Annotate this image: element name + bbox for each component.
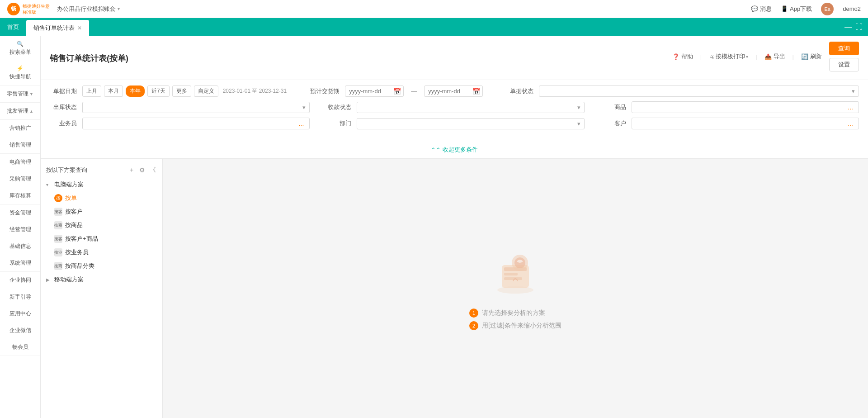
salesperson-label: 业务员 — [50, 119, 77, 128]
tab-spacer — [89, 18, 839, 36]
payment-status-label: 收款状态 — [324, 103, 351, 111]
collapse-panel-button[interactable]: 《 — [149, 165, 157, 175]
refresh-button[interactable]: 🔄 刷新 — [801, 52, 822, 61]
message-button[interactable]: 💬 消息 — [751, 5, 772, 13]
user-name[interactable]: demo2 — [843, 5, 861, 12]
payment-status-select[interactable]: ▾ — [357, 102, 584, 113]
wholesale-expand-icon: ▲ — [29, 109, 33, 114]
sidebar-item-members[interactable]: 畅会员 — [0, 339, 40, 356]
template-print-icon: 🖨 — [709, 53, 715, 60]
product-label: 商品 — [599, 103, 626, 111]
workspace-selector[interactable]: 办公用品行业模拟账套 ▾ — [57, 5, 744, 13]
page-actions: ❓ 帮助 | 🖨 按模板打印 ▾ | 📤 导出 | 🔄 刷新 — [672, 42, 859, 75]
sidebar-enterprise-wechat-label: 企业微信 — [9, 327, 31, 334]
sidebar-item-sales-mgmt[interactable]: 销售管理 — [0, 137, 40, 153]
message-icon: 💬 — [751, 5, 758, 12]
sidebar-item-enterprise-wechat[interactable]: 企业微信 — [0, 322, 40, 339]
date-btn-custom[interactable]: 自定义 — [194, 86, 218, 97]
refresh-label: 刷新 — [810, 52, 822, 61]
app-download-button[interactable]: 📱 App下载 — [781, 5, 812, 13]
app-download-label: App下载 — [790, 5, 812, 13]
sidebar-item-app-center[interactable]: 应用中心 — [0, 305, 40, 322]
date-btn-last-month[interactable]: 上月 — [82, 86, 101, 97]
order-status-label: 单据状态 — [506, 87, 533, 95]
product-ellipsis-icon[interactable]: ... — [846, 104, 855, 111]
help-button[interactable]: ❓ 帮助 — [672, 52, 693, 61]
add-scheme-button[interactable]: ＋ — [127, 165, 136, 175]
mobile-solutions-expand-icon: ▶ — [46, 277, 52, 282]
sidebar-basic-info-label: 基础信息 — [9, 242, 31, 250]
tab-maximize-button[interactable]: ⛶ — [855, 23, 863, 31]
filter-row-2: 出库状态 ▾ 收款状态 ▾ 商品 ... — [50, 101, 859, 113]
customer-select[interactable]: ... — [632, 118, 859, 129]
empty-state: 1 请先选择要分析的方案 2 用[过滤]条件来缩小分析范围 — [163, 159, 868, 418]
tree-item-by-order[interactable]: 按 按单 — [41, 191, 162, 205]
salesperson-select[interactable]: ... — [82, 118, 310, 129]
template-print-button[interactable]: 🖨 按模板打印 ▾ — [709, 52, 748, 61]
tab-home[interactable]: 首页 — [0, 18, 26, 36]
tree-item-by-product-category[interactable]: 按商 按商品分类 — [41, 259, 162, 273]
query-button[interactable]: 查询 — [829, 42, 859, 55]
tab-close-icon[interactable]: ✕ — [77, 25, 82, 31]
sidebar-item-finance[interactable]: 资金管理 — [0, 204, 40, 221]
sidebar-item-ecommerce[interactable]: 电商管理 — [0, 154, 40, 171]
collapse-row: ⌃⌃ 收起更多条件 — [41, 139, 868, 159]
settings-button[interactable]: 设置 — [829, 58, 859, 71]
sidebar-onboarding-label: 新手引导 — [9, 293, 31, 301]
order-status-select[interactable]: ▾ — [539, 86, 859, 97]
search-menu-icon: 🔍 — [17, 41, 24, 47]
estimated-delivery-label: 预计交货期 — [310, 87, 340, 95]
calendar-start-icon: 📅 — [393, 88, 401, 95]
date-btn-last-7[interactable]: 近7天 — [147, 86, 170, 97]
tree-item-by-customer-product[interactable]: 按客 按客户+商品 — [41, 232, 162, 246]
sidebar-section-finance: 资金管理 经营管理 基础信息 系统管理 — [0, 204, 40, 272]
settings-scheme-button[interactable]: ⚙ — [138, 166, 146, 175]
by-product-badge: 按商 — [54, 221, 62, 229]
date-btn-this-year[interactable]: 本年 — [126, 86, 145, 97]
by-customer-badge: 按客 — [54, 208, 62, 216]
sidebar-item-search-menu[interactable]: 🔍 搜索菜单 — [0, 36, 40, 61]
sidebar-item-ops[interactable]: 经营管理 — [0, 221, 40, 238]
product-select[interactable]: ... — [632, 101, 859, 113]
by-salesperson-label: 按业务员 — [65, 248, 89, 256]
salesperson-ellipsis-icon[interactable]: ... — [297, 120, 306, 127]
sidebar-item-inventory[interactable]: 库存核算 — [0, 187, 40, 204]
sidebar-item-marketing[interactable]: 营销推广 — [0, 120, 40, 137]
sidebar: 🔍 搜索菜单 ⚡ 快捷导航 零售管理 ▼ 批发管理 ▲ 营销推广 — [0, 36, 41, 418]
tree-item-by-customer[interactable]: 按客 按客户 — [41, 205, 162, 218]
customer-ellipsis-icon[interactable]: ... — [846, 120, 855, 127]
by-cust-prod-label: 按客户+商品 — [65, 235, 98, 243]
export-button[interactable]: 📤 导出 — [764, 52, 785, 61]
empty-hint-1: 1 请先选择要分析的方案 — [469, 309, 561, 318]
date-btn-this-month[interactable]: 本月 — [104, 86, 123, 97]
sidebar-item-basic-info[interactable]: 基础信息 — [0, 238, 40, 255]
collapse-button[interactable]: ⌃⌃ 收起更多条件 — [431, 146, 478, 154]
sidebar-item-quick-nav[interactable]: ⚡ 快捷导航 — [0, 61, 40, 85]
delivery-date-end-wrapper: 📅 — [424, 86, 483, 97]
tree-item-mobile-solutions[interactable]: ▶ 移动端方案 — [41, 273, 162, 286]
export-label: 导出 — [774, 52, 785, 61]
sidebar-ops-label: 经营管理 — [9, 226, 31, 233]
sidebar-section-ecommerce: 电商管理 采购管理 库存核算 — [0, 154, 40, 204]
tree-item-by-product[interactable]: 按商 按商品 — [41, 218, 162, 232]
sidebar-item-enterprise-collab[interactable]: 企业协同 — [0, 272, 40, 289]
shipping-status-select[interactable]: ▾ — [82, 102, 310, 113]
sidebar-item-system[interactable]: 系统管理 — [0, 255, 40, 271]
department-select[interactable]: ▾ — [357, 118, 584, 129]
app-download-icon: 📱 — [781, 5, 788, 12]
sidebar-members-label: 畅会员 — [12, 343, 28, 351]
sidebar-item-onboarding[interactable]: 新手引导 — [0, 289, 40, 305]
by-sales-badge: 按业 — [54, 248, 62, 256]
tree-item-pc-solutions[interactable]: ▾ 电脑端方案 — [41, 178, 162, 191]
hint-2-text: 用[过滤]条件来缩小分析范围 — [482, 322, 561, 330]
tree-item-by-salesperson[interactable]: 按业 按业务员 — [41, 246, 162, 259]
tab-sales-stats[interactable]: 销售订单统计表 ✕ — [26, 20, 89, 36]
sidebar-item-wholesale-mgmt[interactable]: 批发管理 ▲ — [0, 103, 40, 119]
avatar-initials: Ea — [825, 6, 830, 12]
customer-label: 客户 — [599, 119, 626, 128]
date-btn-more[interactable]: 更多 — [172, 86, 191, 97]
sidebar-item-retail-mgmt[interactable]: 零售管理 ▼ — [0, 86, 40, 102]
sidebar-item-purchase[interactable]: 采购管理 — [0, 171, 40, 187]
tab-minimize-button[interactable]: — — [844, 23, 852, 31]
empty-illustration — [488, 247, 542, 301]
